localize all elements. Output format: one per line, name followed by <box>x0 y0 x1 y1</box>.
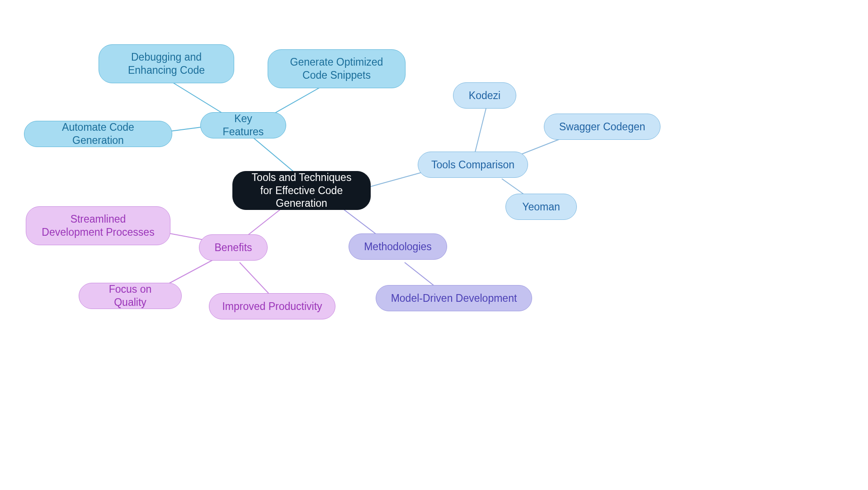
leaf-yeoman[interactable]: Yeoman <box>505 194 577 220</box>
leaf-automate[interactable]: Automate Code Generation <box>24 121 172 147</box>
branch-tools-comparison[interactable]: Tools Comparison <box>418 152 528 178</box>
leaf-swagger[interactable]: Swagger Codegen <box>544 114 660 140</box>
leaf-debugging[interactable]: Debugging and Enhancing Code <box>99 44 234 83</box>
center-label: Tools and Techniques for Effective Code … <box>245 171 358 210</box>
leaf-streamlined[interactable]: Streamlined Development Processes <box>26 206 170 245</box>
leaf-label: Kodezi <box>469 89 500 102</box>
branch-label: Key Features <box>213 112 273 138</box>
leaf-quality[interactable]: Focus on Quality <box>79 283 182 309</box>
leaf-label: Debugging and Enhancing Code <box>112 51 221 77</box>
leaf-mdd[interactable]: Model-Driven Development <box>376 285 532 311</box>
leaf-label: Improved Productivity <box>222 300 322 313</box>
leaf-label: Yeoman <box>522 200 560 214</box>
leaf-label: Swagger Codegen <box>559 120 646 133</box>
branch-label: Methodologies <box>364 240 432 253</box>
branch-methodologies[interactable]: Methodologies <box>349 233 447 260</box>
branch-label: Benefits <box>214 241 252 254</box>
leaf-productivity[interactable]: Improved Productivity <box>209 293 335 319</box>
svg-line-1 <box>167 79 226 115</box>
branch-key-features[interactable]: Key Features <box>200 112 286 138</box>
leaf-label: Streamlined Development Processes <box>39 213 157 239</box>
branch-label: Tools Comparison <box>431 158 514 171</box>
leaf-kodezi[interactable]: Kodezi <box>453 82 516 109</box>
leaf-label: Automate Code Generation <box>37 121 159 147</box>
leaf-snippets[interactable]: Generate Optimized Code Snippets <box>268 49 406 88</box>
svg-line-5 <box>475 109 486 154</box>
leaf-label: Generate Optimized Code Snippets <box>281 56 392 82</box>
branch-benefits[interactable]: Benefits <box>199 234 268 261</box>
leaf-label: Focus on Quality <box>92 283 169 309</box>
center-node[interactable]: Tools and Techniques for Effective Code … <box>232 171 371 210</box>
leaf-label: Model-Driven Development <box>391 292 517 305</box>
